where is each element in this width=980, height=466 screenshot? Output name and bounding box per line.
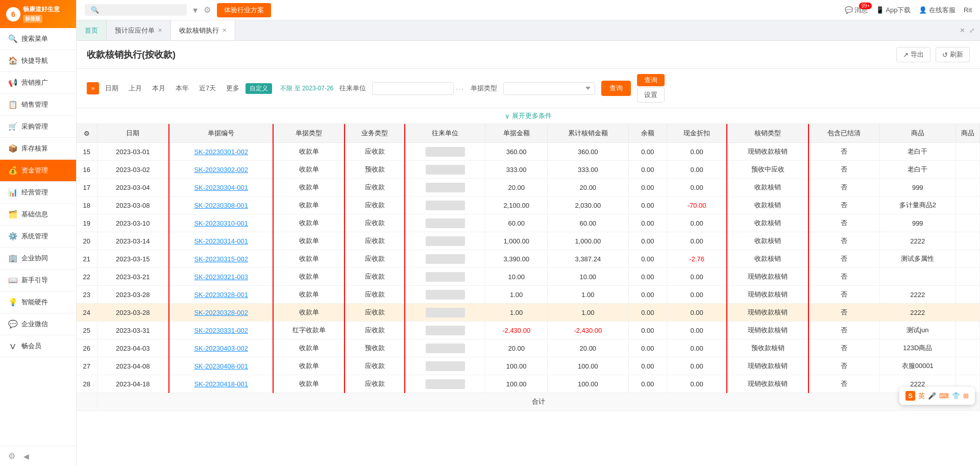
cell-bill-no[interactable]: SK-20230403-002 [169, 339, 273, 357]
cell-bill-no[interactable]: SK-20230304-001 [169, 179, 273, 197]
query-btn[interactable]: 查询 [601, 81, 631, 96]
dropdown-icon[interactable]: ▾ [193, 5, 198, 16]
table-row[interactable]: 22 2023-03-21 SK-20230321-003 收款单 应收款 ██… [77, 268, 980, 286]
sidebar-item-wechat[interactable]: 💬企业微信 [0, 313, 76, 335]
table-row[interactable]: 24 2023-03-28 SK-20230328-002 收款单 应收款 ██… [77, 304, 980, 322]
sidebar-item-inventory[interactable]: 📦库存核算 [0, 138, 76, 160]
float-grid-icon[interactable]: ⊞ [963, 392, 969, 400]
filter-this-month[interactable]: 本月 [148, 82, 169, 94]
bill-type-select[interactable] [503, 82, 595, 95]
table-row[interactable]: 16 2023-03-02 SK-20230302-002 收款单 预收款 ██… [77, 161, 980, 179]
sidebar-item-purchase[interactable]: 🛒采购管理 [0, 116, 76, 138]
bill-no-link[interactable]: SK-20230315-002 [194, 255, 248, 263]
bill-no-link[interactable]: SK-20230314-001 [194, 237, 248, 245]
bill-no-link[interactable]: SK-20230321-003 [194, 273, 248, 281]
cell-bill-no[interactable]: SK-20230321-003 [169, 268, 273, 286]
app-download[interactable]: 📱 App下载 [876, 6, 911, 15]
table-row[interactable]: 19 2023-03-10 SK-20230310-001 收款单 应收款 ██… [77, 214, 980, 232]
cell-bill-no[interactable]: SK-20230314-001 [169, 232, 273, 250]
filter-this-year[interactable]: 本年 [172, 82, 193, 94]
table-row[interactable]: 21 2023-03-15 SK-20230315-002 收款单 应收款 ██… [77, 250, 980, 268]
filter-7days[interactable]: 近7天 [195, 82, 220, 94]
tab-fullscreen[interactable]: ⤢ [969, 27, 975, 34]
float-shirt-icon[interactable]: 👕 [952, 392, 960, 400]
table-row[interactable]: 28 2023-04-18 SK-20230418-001 收款单 应收款 ██… [77, 375, 980, 393]
float-mic-icon[interactable]: 🎤 [928, 392, 936, 400]
sidebar-item-search[interactable]: 🔍搜索菜单 [0, 28, 76, 50]
sidebar-item-sales[interactable]: 📋销售管理 [0, 94, 76, 116]
bill-no-link[interactable]: SK-20230408-001 [194, 362, 248, 370]
table-row[interactable]: 17 2023-03-04 SK-20230304-001 收款单 应收款 ██… [77, 179, 980, 197]
topbar-search[interactable]: 🔍 [85, 4, 187, 16]
sidebar-item-finance[interactable]: 💰资金管理 [0, 160, 76, 182]
sidebar-label-purchase: 采购管理 [21, 122, 48, 131]
online-service[interactable]: 👤 在线客服 [919, 6, 955, 15]
bill-no-link[interactable]: SK-20230328-002 [194, 309, 248, 316]
sidebar-item-system[interactable]: ⚙️系统管理 [0, 226, 76, 248]
cell-bill-no[interactable]: SK-20230308-001 [169, 197, 273, 214]
sidebar-item-hardware[interactable]: 💡智能硬件 [0, 291, 76, 313]
cell-amount: 1.00 [485, 286, 548, 304]
cell-date: 2023-03-15 [97, 250, 169, 268]
sidebar-item-basics[interactable]: 🗂️基础信息 [0, 204, 76, 226]
filter-toggle[interactable]: » [87, 82, 99, 94]
tab-receipt[interactable]: 收款核销执行✕ [171, 20, 235, 40]
cell-bill-no[interactable]: SK-20230301-002 [169, 143, 273, 161]
sidebar-item-guide[interactable]: 📖新手引导 [0, 269, 76, 291]
cell-bill-no[interactable]: SK-20230315-002 [169, 250, 273, 268]
collapse-icon[interactable]: ◀ [23, 452, 29, 460]
cell-bill-no[interactable]: SK-20230418-001 [169, 375, 273, 393]
tab-close-receipt[interactable]: ✕ [222, 27, 227, 34]
float-keyboard-icon[interactable]: ⌨ [939, 392, 949, 400]
query-btn2[interactable]: 查询 [637, 74, 665, 86]
tab-close-prepay[interactable]: ✕ [158, 27, 162, 34]
table-row[interactable]: 23 2023-03-28 SK-20230328-001 收款单 应收款 ██… [77, 286, 980, 304]
expand-btn[interactable]: ∨ 展开更多条件 [505, 111, 552, 120]
sidebar-item-quicknav[interactable]: 🏠快捷导航 [0, 50, 76, 72]
bill-no-link[interactable]: SK-20230301-002 [194, 148, 248, 156]
bill-no-link[interactable]: SK-20230328-001 [194, 291, 248, 299]
sidebar-item-member[interactable]: V畅会员 [0, 335, 76, 357]
table-row[interactable]: 20 2023-03-14 SK-20230314-001 收款单 应收款 ██… [77, 232, 980, 250]
tab-prepay[interactable]: 预计应应付单✕ [107, 20, 171, 40]
bill-no-link[interactable]: SK-20230331-002 [194, 327, 248, 334]
table-row[interactable]: 15 2023-03-01 SK-20230301-002 收款单 应收款 ██… [77, 143, 980, 161]
bill-no-link[interactable]: SK-20230418-001 [194, 380, 248, 388]
cell-goods1: 999 [879, 179, 955, 197]
cell-bill-no[interactable]: SK-20230331-002 [169, 322, 273, 339]
bill-no-link[interactable]: SK-20230304-001 [194, 184, 248, 191]
cell-party: ████ [405, 250, 485, 268]
cell-bill-no[interactable]: SK-20230302-002 [169, 161, 273, 179]
filter-more[interactable]: 更多 [222, 82, 243, 94]
cell-bill-no[interactable]: SK-20230310-001 [169, 214, 273, 232]
cell-bill-no[interactable]: SK-20230328-001 [169, 286, 273, 304]
cell-bill-no[interactable]: SK-20230408-001 [169, 357, 273, 375]
filter-last-month[interactable]: 上月 [125, 82, 146, 94]
settings-btn[interactable]: 设置 [637, 87, 665, 103]
table-row[interactable]: 25 2023-03-31 SK-20230331-002 红字收款单 应收款 … [77, 322, 980, 339]
tab-home[interactable]: 首页 [77, 20, 107, 40]
export-btn[interactable]: ↗ 导出 [896, 47, 930, 62]
bill-no-link[interactable]: SK-20230308-001 [194, 202, 248, 209]
notification[interactable]: 💬 消息 99+ [845, 6, 868, 15]
table-row[interactable]: 18 2023-03-08 SK-20230308-001 收款单 应收款 ██… [77, 197, 980, 214]
party-dots[interactable]: ··· [456, 85, 464, 92]
party-input[interactable] [372, 82, 454, 95]
industry-btn[interactable]: 体验行业方案 [217, 3, 271, 17]
table-row[interactable]: 26 2023-04-03 SK-20230403-002 收款单 预收款 ██… [77, 339, 980, 357]
filter-custom-btn[interactable]: 自定义 [246, 83, 272, 94]
cell-goods1: 999 [879, 214, 955, 232]
cell-bill-no[interactable]: SK-20230328-002 [169, 304, 273, 322]
sidebar-item-operations[interactable]: 📊经营管理 [0, 182, 76, 204]
table-row[interactable]: 27 2023-04-08 SK-20230408-001 收款单 应收款 ██… [77, 357, 980, 375]
sidebar-item-enterprise[interactable]: 🏢企业协同 [0, 248, 76, 269]
tab-close-all[interactable]: ✕ [960, 27, 965, 34]
sidebar-item-marketing[interactable]: 📢营销推广 [0, 72, 76, 94]
gear-icon[interactable]: ⚙ [204, 5, 211, 15]
bill-no-link[interactable]: SK-20230302-002 [194, 166, 248, 174]
bill-no-link[interactable]: SK-20230310-001 [194, 219, 248, 227]
table-container[interactable]: ⚙ 日期 单据编号 单据类型 业务类型 往来单位 单据金额 累计核销金额 余额 … [77, 124, 980, 466]
refresh-btn[interactable]: ↺ 刷新 [936, 47, 970, 62]
settings-icon[interactable]: ⚙ [8, 451, 15, 461]
bill-no-link[interactable]: SK-20230403-002 [194, 345, 248, 352]
